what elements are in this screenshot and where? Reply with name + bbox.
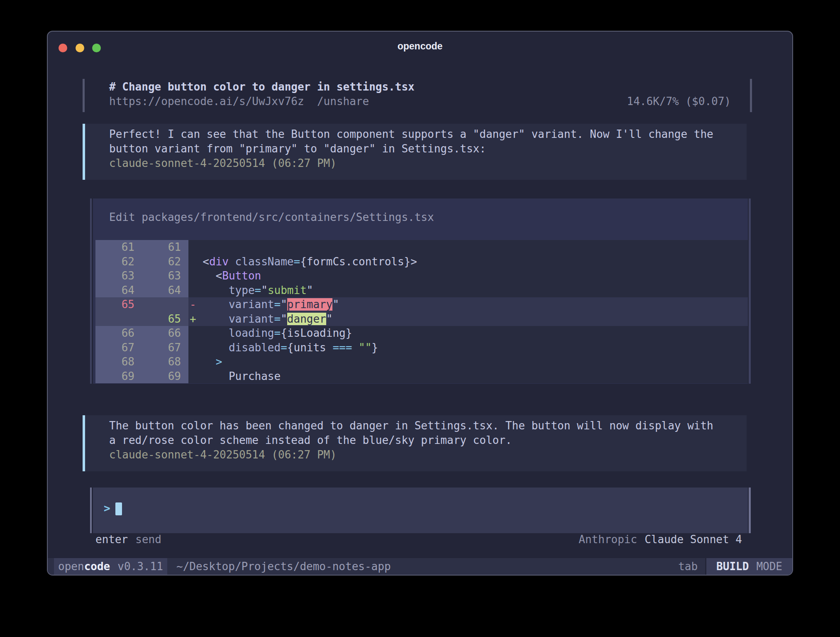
diff-gutter-old: 66 [95,326,142,341]
diff-code-line [188,240,748,255]
diff-gutter-new: 69 [142,369,188,384]
diff-gutter-old: 68 [95,355,142,369]
unshare-command[interactable]: /unshare [317,95,369,108]
message-meta: claude-sonnet-4-20250514 (06:27 PM) [109,448,747,462]
message-text-line: Perfect! I can see that the Button compo… [109,127,747,142]
diff-gutter-old: 62 [95,255,142,269]
diff-code-line: - variant="primary" [188,297,748,312]
edit-tool-panel: Edit packages/frontend/src/containers/Se… [93,198,748,384]
desktop-background: { "window": { "title": "opencode" }, "se… [0,0,840,637]
session-title: # Change button color to danger in setti… [109,80,415,94]
status-bar: opencodev0.3.11 ~/Desktop/Projects/demo-… [48,558,792,575]
diff-code-line: <div className={formCs.controls}> [188,255,748,269]
app-chip: opencodev0.3.11 [54,558,167,575]
diff-marker: - [190,298,196,311]
model-label: Claude Sonnet 4 [645,533,742,546]
diff-gutter-old: 67 [95,341,142,355]
diff-code-line: Purchase [188,369,748,384]
diff-code-line: + variant="danger" [188,312,748,326]
keybind-hint: entersend [95,532,161,547]
message-text-line: button variant from "primary" to "danger… [109,142,747,156]
prompt-input[interactable]: > [93,488,748,533]
diff-row: 6363 <Button [95,269,748,283]
diff-gutter-new: 68 [142,355,188,369]
mode-chip: BUILDMODE [706,558,792,575]
opencode-window: opencode # Change button color to danger… [47,31,793,576]
diff-row: 6464 type="submit" [95,283,748,298]
diff-marker [190,355,196,368]
diff-marker [190,255,196,268]
hint-enter: enter [95,533,128,546]
diff-gutter-new: 64 [142,283,188,298]
hint-send: send [135,533,161,546]
diff-gutter-old: 65 [95,297,142,312]
diff-code-line: > [188,355,748,369]
message-meta: claude-sonnet-4-20250514 (06:27 PM) [109,156,747,171]
provider-label: Anthropic [579,533,637,546]
diff-row: 65- variant="primary" [95,297,748,312]
app-version: v0.3.11 [117,560,163,573]
message-text-line: The button color has been changed to dan… [109,419,747,433]
app-name-code: code [84,560,110,573]
diff-table: 6161 6262 <div className={formCs.control… [95,240,748,383]
diff-code-line: type="submit" [188,283,748,298]
diff-code-line: loading={isLoading} [188,326,748,341]
edit-tool-title: Edit packages/frontend/src/containers/Se… [109,210,434,225]
usage-stats: 14.6K/7% ($0.07) [627,94,731,109]
diff-row: 6666 loading={isLoading} [95,326,748,341]
diff-gutter-new: 63 [142,269,188,283]
diff-gutter-old: 63 [95,269,142,283]
prompt-right-bar [749,488,751,533]
diff-gutter-new: 67 [142,341,188,355]
session-header-left-bar [83,79,85,112]
message-text-line: a red/rose color scheme instead of the b… [109,433,747,448]
assistant-message: The button color has been changed to dan… [83,415,747,471]
prompt-symbol: > [104,501,110,516]
diff-row: 6161 [95,240,748,255]
diff-code-line: disabled={units === ""} [188,341,748,355]
session-header-right-bar [750,79,752,112]
diff-row: 6262 <div className={formCs.controls}> [95,255,748,269]
diff-row: 6868 > [95,355,748,369]
diff-row: 6969 Purchase [95,369,748,384]
diff-gutter-new [142,297,188,312]
mode-build: BUILD [716,560,749,573]
session-subline: https://opencode.ai/s/UwJxv76z /unshare [109,94,369,109]
tab-hint: tab [678,558,698,575]
diff-code-line: <Button [188,269,748,283]
model-hint: AnthropicClaude Sonnet 4 [579,532,742,547]
edit-panel-right-border [749,198,751,384]
diff-marker [190,270,196,282]
mode-label: MODE [756,560,782,573]
diff-row: 65+ variant="danger" [95,312,748,326]
app-name-open: open [58,560,84,573]
diff-marker [190,241,196,253]
prompt-left-bar [90,488,92,533]
diff-gutter-new: 66 [142,326,188,341]
diff-gutter-old: 69 [95,369,142,384]
diff-gutter-old [95,312,142,326]
diff-marker [190,327,196,339]
diff-gutter-new: 62 [142,255,188,269]
diff-gutter-new: 61 [142,240,188,255]
diff-marker [190,341,196,354]
diff-marker [190,284,196,296]
diff-gutter-new: 65 [142,312,188,326]
diff-gutter-old: 61 [95,240,142,255]
diff-gutter-old: 64 [95,283,142,298]
text-cursor [115,502,122,515]
diff-row: 6767 disabled={units === ""} [95,341,748,355]
edit-panel-left-border [90,198,92,384]
diff-marker: + [190,313,196,325]
diff-marker [190,370,196,382]
window-title: opencode [48,41,792,52]
working-directory: ~/Desktop/Projects/demo-notes-app [176,558,391,575]
assistant-message: Perfect! I can see that the Button compo… [83,124,747,180]
share-url[interactable]: https://opencode.ai/s/UwJxv76z [109,95,304,108]
